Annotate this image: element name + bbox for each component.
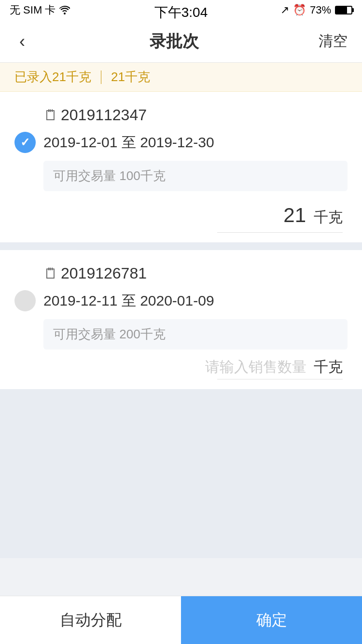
batch1-amount-row: 21 千克 [14,204,343,227]
status-bar: 无 SIM 卡 下午3:04 ↗ ⏰ 73% [0,0,362,20]
nav-bar: ‹ 录批次 清空 [0,20,362,63]
batch2-checkbox[interactable] [14,290,36,311]
batch1-icon: 🗒 [43,107,58,124]
batch2-divider [217,379,343,379]
batch2-date: 2019-12-11 至 2020-01-09 [43,291,214,311]
batch2-card: 🗒 2019126781 2019-12-11 至 2020-01-09 可用交… [0,250,362,389]
batch2-row: 2019-12-11 至 2020-01-09 [14,290,348,311]
status-time: 下午3:04 [154,3,208,22]
status-left: 无 SIM 卡 [10,3,70,17]
batch1-amount-unit: 千克 [314,208,343,227]
batch1-volume: 可用交易量 100千克 [53,168,166,183]
battery-icon [335,6,352,14]
batch1-date: 2019-12-01 至 2019-12-30 [43,133,214,153]
batch1-divider [217,232,343,233]
clear-button[interactable]: 清空 [319,31,348,51]
batch2-quantity-input[interactable] [169,359,314,375]
recorded-text: 已录入21千克 [14,69,91,85]
info-banner: 已录入21千克 21千克 [0,63,362,92]
total-text: 21千克 [111,69,150,85]
page-title: 录批次 [150,30,199,53]
batch2-header: 🗒 2019126781 [14,265,348,282]
batch1-card: 🗒 2019112347 ✓ 2019-12-01 至 2019-12-30 可… [0,92,362,242]
wifi-icon [59,6,70,14]
confirm-button[interactable]: 确定 [181,596,362,644]
section-divider-1 [0,242,362,250]
batch1-amount-value: 21 [283,204,306,227]
batch1-header: 🗒 2019112347 [14,106,348,124]
gray-area [0,389,362,558]
auto-distribute-button[interactable]: 自动分配 [0,596,181,644]
back-button[interactable]: ‹ [14,27,30,56]
carrier-text: 无 SIM 卡 [10,3,56,17]
batch2-input-row: 千克 [14,357,343,377]
status-right: ↗ ⏰ 73% [280,4,352,16]
info-divider [101,70,101,84]
batch2-volume: 可用交易量 200千克 [53,327,166,341]
batch1-volume-box: 可用交易量 100千克 [43,161,348,191]
batch1-row: ✓ 2019-12-01 至 2019-12-30 [14,132,348,153]
batch1-id: 2019112347 [61,106,147,124]
bottom-bar: 自动分配 确定 [0,596,362,644]
batch2-id: 2019126781 [61,265,147,282]
alarm-icon: ⏰ [293,4,306,16]
location-icon: ↗ [280,4,289,16]
batch2-volume-box: 可用交易量 200千克 [43,319,348,350]
batch2-icon: 🗒 [43,266,58,282]
battery-percent: 73% [310,4,331,16]
check-icon: ✓ [20,136,30,149]
batch1-checkbox[interactable]: ✓ [14,132,36,153]
batch2-unit: 千克 [314,357,343,377]
